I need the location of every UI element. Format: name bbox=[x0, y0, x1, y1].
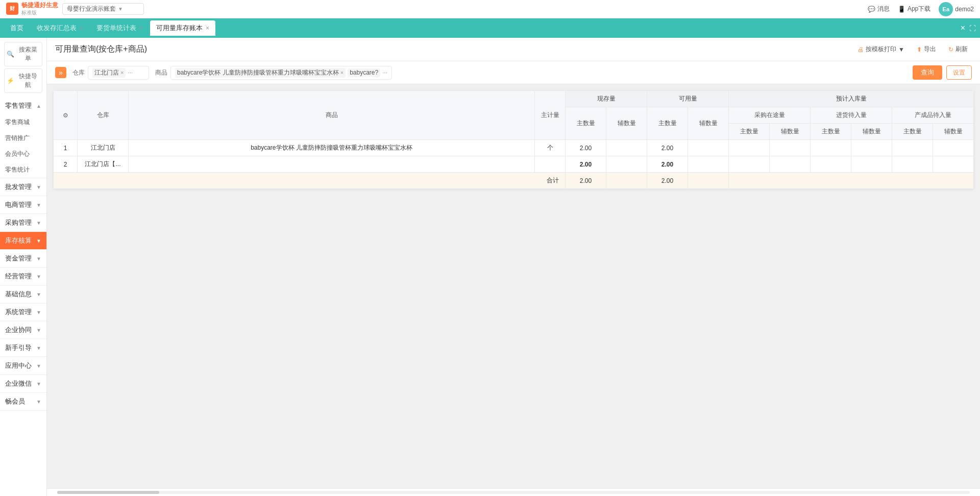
settings-button[interactable]: 设置 bbox=[946, 65, 972, 80]
row1-inbound-sub bbox=[851, 140, 892, 156]
goods-dots: ··· bbox=[382, 69, 387, 76]
query-button[interactable]: 查询 bbox=[913, 65, 942, 80]
warehouse-remove-icon[interactable]: × bbox=[120, 69, 124, 76]
search-menu-button[interactable]: 🔍 搜索菜单 bbox=[4, 42, 42, 66]
sidebar-group-ecommerce: 电商管理 ▼ bbox=[0, 196, 46, 214]
goods-tag: babycare学饮杯 儿童防摔防撞吸管杯重力球吸嘴杯宝宝水杯 × bbox=[175, 68, 346, 78]
sidebar-group-purchase-toggle[interactable]: 采购管理 ▼ bbox=[0, 214, 46, 231]
close-all-button[interactable]: × bbox=[961, 23, 965, 33]
goods-remove-icon[interactable]: × bbox=[340, 69, 344, 76]
message-label: 消息 bbox=[877, 5, 890, 13]
tab-order-label: 要货单统计表 bbox=[96, 23, 136, 33]
goods-value-box[interactable]: babycare学饮杯 儿童防摔防撞吸管杯重力球吸嘴杯宝宝水杯 × babyca… bbox=[170, 66, 392, 80]
chevron-icon: ▼ bbox=[36, 399, 41, 405]
export-label: 导出 bbox=[924, 45, 936, 54]
sidebar-group-system-toggle[interactable]: 系统管理 ▼ bbox=[0, 303, 46, 321]
quick-nav-button[interactable]: ⚡ 快捷导航 bbox=[4, 68, 42, 93]
col-inbound-pending-header: 进货待入量 bbox=[811, 107, 892, 124]
sidebar-group-app-toggle[interactable]: 应用中心 ▼ bbox=[0, 357, 46, 374]
row1-stock-main: 2.00 bbox=[566, 140, 606, 156]
table-settings-icon[interactable]: ⚙ bbox=[59, 109, 72, 122]
scrollbar-thumb[interactable] bbox=[57, 491, 159, 494]
col-settings-header: ⚙ bbox=[54, 91, 78, 140]
tab-available-stock[interactable]: 可用量库存账本 × bbox=[150, 20, 215, 36]
message-button[interactable]: 💬 消息 bbox=[868, 5, 890, 13]
sidebar-group-retail: 零售管理 ▲ 零售商城 营销推广 会员中心 零售统计 bbox=[0, 97, 46, 178]
store-selector[interactable]: 母婴行业演示账套 ▼ bbox=[62, 3, 144, 15]
refresh-button[interactable]: ↻ 刷新 bbox=[944, 43, 972, 56]
sidebar-group-enterprise-toggle[interactable]: 企业协同 ▼ bbox=[0, 321, 46, 339]
sidebar-group-app-center: 应用中心 ▼ bbox=[0, 357, 46, 375]
sidebar-group-retail-toggle[interactable]: 零售管理 ▲ bbox=[0, 97, 46, 114]
sidebar-group-members: 畅会员 ▼ bbox=[0, 393, 46, 411]
chevron-down-icon: ▼ bbox=[898, 46, 904, 53]
sidebar-group-wholesale: 批发管理 ▼ bbox=[0, 178, 46, 196]
brand-icon: 财 bbox=[6, 3, 18, 15]
sidebar-item-retail-mall[interactable]: 零售商城 bbox=[0, 114, 46, 130]
sidebar-group-enterprise: 企业协同 ▼ bbox=[0, 321, 46, 339]
filter-goods: 商品 babycare学饮杯 儿童防摔防撞吸管杯重力球吸嘴杯宝宝水杯 × bab… bbox=[155, 66, 392, 80]
chevron-icon: ▼ bbox=[36, 220, 41, 226]
sidebar-group-finance: 资金管理 ▼ bbox=[0, 250, 46, 268]
col-available-header: 可用量 bbox=[647, 91, 729, 107]
col-purchase-transit-header: 采购在途量 bbox=[729, 107, 811, 124]
tab-order-stats[interactable]: 要货单统计表 × bbox=[90, 20, 149, 36]
sidebar-group-system: 系统管理 ▼ bbox=[0, 303, 46, 321]
export-button[interactable]: ⬆ 导出 bbox=[913, 43, 940, 56]
sidebar-group-basic-toggle[interactable]: 基础信息 ▼ bbox=[0, 286, 46, 303]
tab-home[interactable]: 首页 bbox=[4, 20, 30, 36]
tab-order-close[interactable]: × bbox=[139, 25, 143, 32]
tab-available-close[interactable]: × bbox=[206, 25, 209, 32]
sidebar-group-wechat-toggle[interactable]: 企业微信 ▼ bbox=[0, 375, 46, 392]
brand-name: 畅捷通好生意 bbox=[21, 2, 58, 9]
row2-avail-main: 2.00 bbox=[647, 156, 688, 173]
sidebar-group-finance-toggle[interactable]: 资金管理 ▼ bbox=[0, 250, 46, 267]
col-stock-sub-header: 辅数量 bbox=[606, 107, 647, 140]
tab-receipt-summary[interactable]: 收发存汇总表 × bbox=[31, 20, 89, 36]
row2-purchase-main bbox=[729, 156, 770, 173]
tab-home-label: 首页 bbox=[10, 23, 23, 33]
content-area: 可用量查询(按仓库+商品) 🖨 按模板打印 ▼ ⬆ 导出 ↻ 刷新 » bbox=[47, 38, 980, 496]
warehouse-dots: ··· bbox=[128, 69, 133, 76]
sidebar-group-operations-toggle[interactable]: 经营管理 ▼ bbox=[0, 268, 46, 285]
sidebar-group-inventory-toggle[interactable]: 库存核算 ▼ bbox=[0, 232, 46, 249]
filter-bar: » 仓库 江北门店 × ··· 商品 babycare学饮杯 儿童防摔防撞吸管杯… bbox=[47, 61, 980, 84]
goods-value2: babycare? bbox=[350, 69, 378, 76]
chevron-icon: ▼ bbox=[36, 292, 41, 297]
summary-stock-main: 2.00 bbox=[566, 173, 606, 189]
row2-avail-sub bbox=[688, 156, 729, 173]
filter-expand-button[interactable]: » bbox=[55, 67, 66, 78]
col-purchase-sub: 辅数量 bbox=[770, 124, 811, 140]
tab-receipt-close[interactable]: × bbox=[80, 25, 83, 32]
scrollbar-track[interactable] bbox=[57, 491, 970, 494]
sidebar-item-member-center[interactable]: 会员中心 bbox=[0, 146, 46, 162]
sidebar-item-marketing[interactable]: 营销推广 bbox=[0, 130, 46, 146]
sidebar-item-retail-stats[interactable]: 零售统计 bbox=[0, 162, 46, 178]
row2-inbound-main bbox=[811, 156, 851, 173]
warehouse-value: 江北门店 bbox=[94, 68, 119, 77]
sidebar-group-guide-toggle[interactable]: 新手引导 ▼ bbox=[0, 339, 46, 357]
col-prod-main: 主数量 bbox=[892, 124, 933, 140]
row2-goods bbox=[129, 156, 535, 173]
sidebar-group-members-toggle[interactable]: 畅会员 ▼ bbox=[0, 393, 46, 410]
print-button[interactable]: 🖨 按模板打印 ▼ bbox=[853, 43, 909, 56]
nav-tabs: 首页 收发存汇总表 × 要货单统计表 × 可用量库存账本 × × ⛶ bbox=[0, 18, 980, 38]
sidebar-group-wholesale-toggle[interactable]: 批发管理 ▼ bbox=[0, 178, 46, 196]
sidebar-group-operations: 经营管理 ▼ bbox=[0, 268, 46, 286]
user-profile[interactable]: Ea demo2 bbox=[939, 2, 974, 16]
row2-no: 2 bbox=[54, 156, 78, 173]
filter-warehouse: 仓库 江北门店 × ··· bbox=[72, 66, 149, 80]
col-stock-header: 现存量 bbox=[566, 91, 647, 107]
row2-stock-sub bbox=[606, 156, 647, 173]
expand-button[interactable]: ⛶ bbox=[969, 25, 976, 32]
col-avail-main-header: 主数量 bbox=[647, 107, 688, 140]
main-layout: 🔍 搜索菜单 ⚡ 快捷导航 零售管理 ▲ 零售商城 营销推广 会员中心 bbox=[0, 38, 980, 496]
data-table: ⚙ 仓库 商品 主计量 现存量 可用量 预计入库量 主数量 辅数量 主数量 辅数… bbox=[53, 90, 974, 189]
sidebar-group-ecommerce-toggle[interactable]: 电商管理 ▼ bbox=[0, 196, 46, 214]
brand-info: 畅捷通好生意 标准版 bbox=[21, 2, 58, 16]
download-label: App下载 bbox=[908, 5, 930, 13]
warehouse-value-box[interactable]: 江北门店 × ··· bbox=[88, 66, 149, 80]
table-row: 2 江北门店【... 2.00 2.00 bbox=[54, 156, 974, 173]
row1-warehouse: 江北门店 bbox=[78, 140, 129, 156]
app-download-button[interactable]: 📱 App下载 bbox=[898, 5, 930, 13]
